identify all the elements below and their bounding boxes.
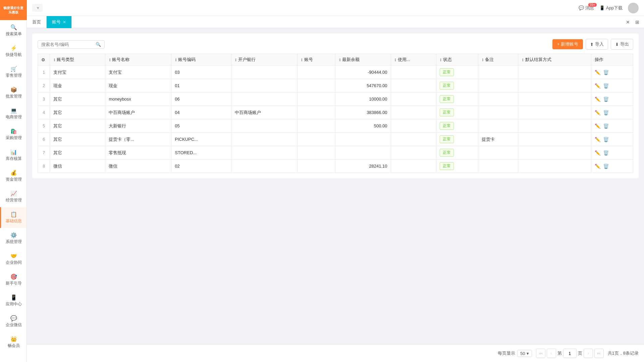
row-settlement — [518, 160, 591, 173]
edit-icon[interactable]: ✏️ — [595, 110, 600, 115]
download-icon: 📱 — [599, 5, 605, 10]
sidebar-item-enterprise[interactable]: 🤝 企业协同 — [0, 249, 26, 269]
sidebar-item-label: 企业微信 — [6, 322, 22, 327]
row-type: 微信 — [50, 160, 105, 173]
import-button[interactable]: ⬆ 导入 — [586, 39, 608, 50]
prev-page-button[interactable]: ‹ — [547, 349, 556, 358]
toolbar: 🔍 + 新增账号 ⬆ 导入 ⬇ 导出 — [38, 39, 633, 50]
delete-icon[interactable]: 🗑️ — [603, 70, 609, 75]
row-actions: ✏️ 🗑️ — [591, 146, 633, 160]
sidebar-item-quick-nav[interactable]: ⚡ 快捷导航 — [0, 41, 26, 62]
next-page-button[interactable]: › — [584, 349, 593, 358]
row-code: STORED... — [171, 146, 231, 160]
sidebar-item-label: 资金管理 — [6, 177, 22, 182]
sidebar-item-operations[interactable]: 📈 经营管理 — [0, 186, 26, 207]
name-sort-icon[interactable]: ↕ — [109, 57, 111, 62]
finance-icon: 💰 — [2, 170, 25, 176]
row-account — [297, 66, 335, 79]
sidebar-item-guide[interactable]: 🎯 新手引导 — [0, 269, 26, 290]
sidebar-item-ecommerce[interactable]: 💻 电商管理 — [0, 103, 26, 124]
app-download-button[interactable]: 📱 App下载 — [599, 5, 623, 11]
usage-sort-icon[interactable]: ↕ — [394, 57, 397, 62]
row-status: 正常 — [436, 146, 478, 160]
delete-icon[interactable]: 🗑️ — [603, 150, 609, 156]
store-selector[interactable]: ▾ — [32, 4, 43, 12]
sidebar-item-basic-info[interactable]: 📋 基础信息 — [0, 207, 26, 228]
content-card: 🔍 + 新增账号 ⬆ 导入 ⬇ 导出 — [32, 34, 639, 178]
sidebar-item-retail[interactable]: 🛒 零售管理 — [0, 62, 26, 82]
sidebar-item-label: 采购管理 — [6, 135, 22, 140]
delete-icon[interactable]: 🗑️ — [603, 110, 609, 115]
edit-icon[interactable]: ✏️ — [595, 70, 600, 75]
content-area: 🔍 + 新增账号 ⬆ 导入 ⬇ 导出 — [27, 28, 644, 344]
edit-icon[interactable]: ✏️ — [595, 83, 600, 88]
search-input[interactable] — [41, 42, 94, 47]
sidebar-item-finance[interactable]: 💰 资金管理 — [0, 166, 26, 186]
sidebar-item-system[interactable]: ⚙️ 系统管理 — [0, 228, 26, 249]
row-actions: ✏️ 🗑️ — [591, 93, 633, 106]
tab-accounts-label: 账号 — [52, 19, 61, 25]
top-header: ▾ 💬 消息 99+ 📱 App下载 — [27, 0, 644, 16]
row-status: 正常 — [436, 106, 478, 119]
search-icon[interactable]: 🔍 — [96, 42, 101, 47]
remark-column-header: ↕ 备注 — [478, 54, 518, 66]
sidebar-item-inventory[interactable]: 📊 库存核算 — [0, 145, 26, 166]
delete-icon[interactable]: 🗑️ — [603, 97, 609, 102]
delete-icon[interactable]: 🗑️ — [603, 164, 609, 169]
sidebar-item-search-menu[interactable]: 🔍 搜索菜单 — [0, 20, 26, 41]
row-usage — [391, 93, 436, 106]
settings-column-header[interactable]: ⚙ — [38, 54, 50, 66]
app-download-label: App下载 — [606, 5, 623, 11]
delete-icon[interactable]: 🗑️ — [603, 137, 609, 142]
code-sort-icon[interactable]: ↕ — [175, 57, 177, 62]
sidebar-item-wechat[interactable]: 💬 企业微信 — [0, 311, 26, 332]
sidebar-item-wholesale[interactable]: 📦 批发管理 — [0, 82, 26, 103]
settlement-sort-icon[interactable]: ↕ — [522, 57, 524, 62]
page-number-input[interactable] — [563, 349, 577, 358]
sidebar-item-app-center[interactable]: 📱 应用中心 — [0, 290, 26, 311]
tab-home-label: 首页 — [32, 19, 41, 25]
bank-sort-icon[interactable]: ↕ — [235, 57, 237, 62]
export-label: 导出 — [620, 41, 629, 47]
table-row: 2 现金 现金 01 547670.00 正常 ✏️ 🗑️ — [38, 79, 633, 93]
last-page-button[interactable]: ⏭ — [594, 349, 604, 358]
row-settlement — [518, 119, 591, 133]
balance-sort-icon[interactable]: ↕ — [339, 57, 341, 62]
remark-sort-icon[interactable]: ↕ — [482, 57, 484, 62]
account-column-header: ↕ 账号 — [297, 54, 335, 66]
edit-icon[interactable]: ✏️ — [595, 97, 600, 102]
type-sort-icon[interactable]: ↕ — [53, 57, 56, 62]
edit-icon[interactable]: ✏️ — [595, 150, 600, 156]
balance-column-header: ↕ 最新余额 — [335, 54, 391, 66]
account-sort-icon[interactable]: ↕ — [301, 57, 303, 62]
edit-icon[interactable]: ✏️ — [595, 137, 600, 142]
tab-expand-button[interactable]: ⊞ — [633, 18, 641, 26]
row-account — [297, 79, 335, 93]
edit-icon[interactable]: ✏️ — [595, 123, 600, 129]
sidebar-item-vip[interactable]: 👑 畅会员 — [0, 332, 26, 353]
row-bank — [231, 66, 297, 79]
row-type: 现金 — [50, 79, 105, 93]
tab-close-icon[interactable]: ✕ — [63, 20, 66, 24]
delete-icon[interactable]: 🗑️ — [603, 83, 609, 88]
first-page-button[interactable]: ⏮ — [536, 349, 545, 358]
tab-home[interactable]: 首页 — [27, 16, 47, 28]
sidebar-item-label: 批发管理 — [6, 94, 22, 99]
pagination-footer: 每页显示 50 ▾ ⏮ ‹ 第 页 › ⏭ 共1页，8条记录 — [27, 344, 644, 362]
export-button[interactable]: ⬇ 导出 — [611, 39, 633, 50]
user-avatar[interactable] — [628, 3, 639, 13]
message-button[interactable]: 💬 消息 99+ — [579, 5, 594, 11]
delete-icon[interactable]: 🗑️ — [603, 123, 609, 129]
edit-icon[interactable]: ✏️ — [595, 164, 600, 169]
sidebar-item-label: 库存核算 — [6, 156, 22, 161]
tab-accounts[interactable]: 账号 ✕ — [47, 16, 72, 28]
row-code: PICKUPC... — [171, 133, 231, 146]
page-size-select-box[interactable]: 50 ▾ — [517, 350, 532, 357]
row-code: 02 — [171, 160, 231, 173]
row-account — [297, 146, 335, 160]
sidebar-item-purchase[interactable]: 🛍️ 采购管理 — [0, 124, 26, 145]
table-row: 6 其它 提货卡（零... PICKUPC... 正常 提货卡 ✏️ 🗑️ — [38, 133, 633, 146]
status-sort-icon[interactable]: ↕ — [440, 57, 442, 62]
add-account-button[interactable]: + 新增账号 — [552, 39, 583, 49]
tab-minimize-button[interactable]: ✕ — [624, 18, 632, 26]
